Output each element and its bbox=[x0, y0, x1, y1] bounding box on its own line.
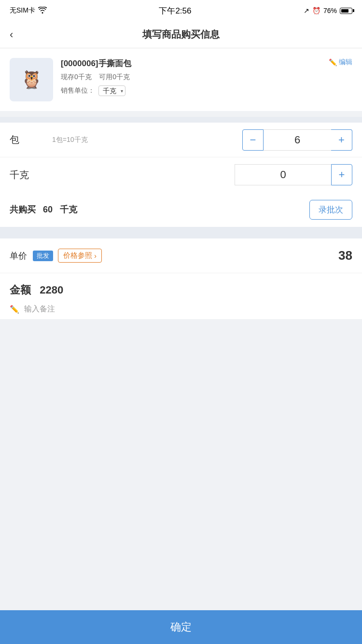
input-section: 包 1包=10千克 − + 千克 + bbox=[0, 123, 362, 192]
nav-bar: ‹ 填写商品购买信息 bbox=[0, 21, 362, 48]
note-placeholder: 输入备注 bbox=[24, 304, 55, 314]
amount-section: 金额 2280 ✏️ 输入备注 bbox=[0, 273, 362, 319]
price-label: 单价 bbox=[10, 250, 27, 262]
total-amount: 60 bbox=[43, 205, 53, 214]
status-time: 下午2:56 bbox=[159, 5, 191, 16]
kg-controls: + bbox=[235, 164, 352, 185]
bag-sublabel: 1包=10千克 bbox=[52, 136, 242, 144]
product-logo: 🦉 bbox=[21, 70, 42, 90]
product-card: 🦉 [0000006]手撕面包 ✏️ 编辑 现存0千克 可用0千克 销售单位： … bbox=[0, 48, 362, 111]
bag-controls: − + bbox=[242, 129, 352, 151]
bag-plus-button[interactable]: + bbox=[331, 129, 352, 151]
product-unit: 销售单位： 千克 bbox=[61, 85, 352, 96]
price-ref-button[interactable]: 价格参照 › bbox=[58, 249, 102, 263]
product-image: 🦉 bbox=[10, 58, 53, 101]
location-icon: ↗ bbox=[304, 7, 309, 14]
kg-input[interactable] bbox=[235, 164, 331, 185]
kg-label: 千克 bbox=[10, 168, 48, 182]
status-left: 无SIM卡 bbox=[10, 6, 47, 15]
bag-label: 包 bbox=[10, 133, 48, 146]
price-value: 38 bbox=[338, 248, 352, 263]
bag-row: 包 1包=10千克 − + bbox=[0, 123, 362, 157]
product-name: [0000006]手撕面包 bbox=[61, 58, 131, 69]
price-ref-chevron: › bbox=[94, 252, 97, 260]
empty-space bbox=[0, 319, 362, 464]
confirm-bar[interactable]: 确定 bbox=[0, 610, 362, 644]
kg-plus-button[interactable]: + bbox=[331, 164, 352, 185]
note-pencil-icon: ✏️ bbox=[10, 305, 19, 314]
bag-minus-button[interactable]: − bbox=[242, 129, 264, 151]
total-section: 共购买 60 千克 录批次 bbox=[0, 192, 362, 227]
edit-pencil-icon: ✏️ bbox=[329, 58, 337, 66]
divider-2 bbox=[0, 227, 362, 233]
batch-button[interactable]: 录批次 bbox=[309, 200, 352, 220]
total-text: 共购买 60 千克 bbox=[10, 204, 309, 215]
price-ref-label: 价格参照 bbox=[63, 251, 92, 260]
product-stock: 现存0千克 可用0千克 bbox=[61, 73, 352, 82]
wifi-icon bbox=[38, 7, 47, 15]
page-title: 填写商品购买信息 bbox=[142, 28, 220, 41]
amount-value: 2280 bbox=[40, 284, 63, 296]
unit-select[interactable]: 千克 bbox=[98, 85, 125, 96]
price-section: 单价 批发 价格参照 › 38 bbox=[0, 233, 362, 273]
carrier-text: 无SIM卡 bbox=[10, 6, 35, 15]
kg-row: 千克 + bbox=[0, 157, 362, 192]
confirm-button[interactable]: 确定 bbox=[170, 620, 192, 634]
unit-select-wrap[interactable]: 千克 bbox=[98, 85, 125, 96]
edit-label: 编辑 bbox=[339, 58, 352, 67]
divider-1 bbox=[0, 117, 362, 123]
price-tag: 批发 bbox=[33, 251, 53, 261]
product-info: [0000006]手撕面包 ✏️ 编辑 现存0千克 可用0千克 销售单位： 千克 bbox=[61, 58, 352, 96]
note-row[interactable]: ✏️ 输入备注 bbox=[10, 304, 352, 314]
status-bar: 无SIM卡 下午2:56 ↗ ⏰ 76% bbox=[0, 0, 362, 21]
amount-row: 金额 2280 bbox=[10, 283, 352, 297]
edit-button[interactable]: ✏️ 编辑 bbox=[329, 58, 352, 67]
battery-icon bbox=[340, 8, 352, 14]
status-right: ↗ ⏰ 76% bbox=[304, 7, 352, 14]
alarm-icon: ⏰ bbox=[312, 7, 320, 14]
back-button[interactable]: ‹ bbox=[10, 28, 13, 41]
bag-input[interactable] bbox=[264, 129, 331, 151]
battery-percent: 76% bbox=[323, 7, 337, 14]
